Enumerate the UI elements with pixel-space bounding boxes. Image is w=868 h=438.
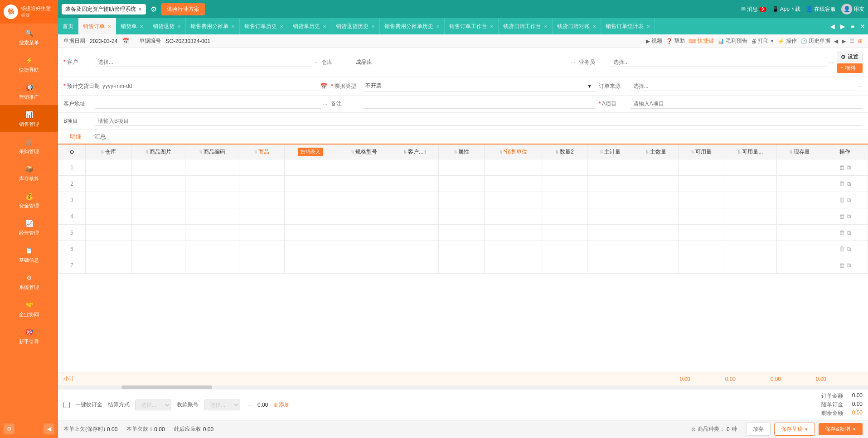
- sidebar-item-collab[interactable]: 🤝 企业协同: [0, 295, 58, 322]
- tab-invoice[interactable]: 销货单 ✕: [116, 18, 148, 34]
- sidebar-item-sales[interactable]: 📊 销售管理: [0, 105, 58, 132]
- sidebar-item-guide[interactable]: 🎯 新手引导: [0, 322, 58, 350]
- row-3-warehouse[interactable]: [86, 192, 131, 208]
- row-1-product[interactable]: [239, 159, 285, 176]
- row-5-copy-icon[interactable]: ⧉: [847, 229, 851, 236]
- sidebar-item-purchase[interactable]: 🛒 采购管理: [0, 132, 58, 159]
- tab-detail[interactable]: 明细: [63, 130, 88, 144]
- tab-close-all-btn[interactable]: ✕: [857, 23, 868, 30]
- row-5-delete-icon[interactable]: 🗑: [839, 229, 845, 236]
- tab-home[interactable]: 首页: [58, 18, 78, 34]
- row-1-spec[interactable]: [337, 159, 391, 176]
- row-1-customer-code[interactable]: [391, 159, 439, 176]
- scroll-bar[interactable]: [58, 385, 868, 389]
- tab-reconcile[interactable]: 钱货日清对账 ✕: [553, 18, 601, 34]
- delivery-date-icon[interactable]: 📅: [320, 83, 327, 90]
- customer-input[interactable]: [95, 58, 311, 67]
- sidebar-item-finance[interactable]: 💰 资金管理: [0, 187, 58, 214]
- sidebar-item-base-info[interactable]: 📋 基础信息: [0, 241, 58, 268]
- list-view-btn[interactable]: ☰: [849, 38, 854, 44]
- row-2-attr[interactable]: [439, 176, 485, 192]
- row-1-warehouse[interactable]: [86, 159, 131, 176]
- warehouse-dots[interactable]: ···: [571, 59, 575, 66]
- message-badge[interactable]: ✉ 消息 9: [741, 5, 766, 13]
- tab-return-history[interactable]: 销货退货历史 ✕: [331, 18, 380, 34]
- save-new-button[interactable]: 保存&新增 ▼: [819, 423, 863, 435]
- row-1-main-qty[interactable]: [633, 159, 679, 176]
- shortcut-btn[interactable]: ⌨ 快捷键: [689, 37, 714, 45]
- tab-close-invoice-history[interactable]: ✕: [323, 24, 326, 29]
- row-6-delete-icon[interactable]: 🗑: [839, 245, 845, 253]
- row-1-copy-icon[interactable]: ⧉: [847, 164, 851, 171]
- tab-sales-order[interactable]: 销售订单 ✕: [78, 18, 116, 34]
- sidebar-item-management[interactable]: 📈 经营管理: [0, 214, 58, 241]
- tab-close-stats[interactable]: ✕: [646, 24, 650, 29]
- sidebar-item-search[interactable]: 🔍 搜索菜单: [0, 24, 58, 51]
- row-2-spec[interactable]: [337, 176, 391, 192]
- system-title[interactable]: 装备及固定资产辅助管理系统 ▼: [62, 4, 146, 14]
- history-btn[interactable]: 🕐 历史单据: [800, 37, 830, 45]
- row-2-copy-icon[interactable]: ⧉: [847, 180, 851, 188]
- add-payment-btn[interactable]: ⊕ 添加: [273, 401, 290, 409]
- print-btn[interactable]: 🖨 打印 ▼: [751, 37, 774, 45]
- tab-summary[interactable]: 汇总: [88, 130, 112, 144]
- view-btn[interactable]: ▶ 视频: [646, 37, 662, 45]
- row-2-product[interactable]: [239, 176, 285, 192]
- tab-daily-workbench[interactable]: 钱货日清工作台 ✕: [499, 18, 553, 34]
- action-btn[interactable]: ⚡ 操作: [778, 37, 797, 45]
- tab-return[interactable]: 销货退货 ✕: [148, 18, 186, 34]
- table-wrapper[interactable]: ⚙ ⇅仓库 ⇅商品图片 ⇅商品编码 ⇅商品 扫码录入 ⇅规格型号 ⇅客户...ℹ…: [58, 144, 868, 372]
- curr-debt-info-icon[interactable]: ℹ: [150, 426, 152, 433]
- row-2-qty2[interactable]: [542, 176, 587, 192]
- tab-close-expense-history[interactable]: ✕: [436, 24, 440, 29]
- a-project-input[interactable]: [630, 99, 863, 109]
- tab-close-return-history[interactable]: ✕: [371, 24, 375, 29]
- staff-input[interactable]: [611, 58, 827, 67]
- row-2-main-qty[interactable]: [633, 176, 679, 192]
- online-service[interactable]: 👤 在线客服: [806, 5, 836, 13]
- row-4-copy-icon[interactable]: ⧉: [847, 213, 851, 220]
- tab-expense[interactable]: 销售费用分摊单 ✕: [186, 18, 240, 34]
- collapse-icon[interactable]: ◀: [44, 424, 54, 434]
- sidebar-item-marketing[interactable]: 📢 营销推广: [0, 78, 58, 105]
- tab-prev-btn[interactable]: ◀: [827, 23, 838, 30]
- delivery-input[interactable]: [100, 82, 320, 91]
- row-1-qty2[interactable]: [542, 159, 587, 176]
- discard-button[interactable]: 放弃: [746, 423, 771, 436]
- tab-close-reconcile[interactable]: ✕: [592, 24, 596, 29]
- customer-dots[interactable]: ···: [313, 59, 318, 66]
- sidebar-item-quicknav[interactable]: ⚡ 快捷导航: [0, 51, 58, 78]
- account-select[interactable]: 选择...: [204, 399, 240, 410]
- next-record-btn[interactable]: ▶: [842, 38, 846, 44]
- address-input[interactable]: [95, 99, 321, 109]
- col-settings[interactable]: ⚙: [58, 145, 86, 159]
- row-1-delete-icon[interactable]: 🗑: [839, 164, 845, 171]
- row-1-code[interactable]: [185, 159, 239, 176]
- settings-bottom-icon[interactable]: ⚙: [4, 424, 15, 434]
- add-material-btn[interactable]: + 物料: [837, 63, 863, 73]
- industry-button[interactable]: 体验行业方案: [161, 3, 205, 15]
- row-2-warehouse[interactable]: [86, 176, 131, 192]
- app-download[interactable]: 📱 App下载: [772, 5, 800, 13]
- tab-close-expense[interactable]: ✕: [231, 24, 235, 29]
- row-4-delete-icon[interactable]: 🗑: [839, 213, 845, 220]
- savenew-dropdown-icon[interactable]: ▼: [852, 427, 856, 432]
- remark-input[interactable]: [363, 99, 595, 109]
- row-3-delete-icon[interactable]: 🗑: [839, 197, 845, 204]
- help-btn[interactable]: ❓ 帮助: [666, 37, 685, 45]
- tab-close-invoice[interactable]: ✕: [140, 24, 143, 29]
- user-menu[interactable]: 👤 用友: [841, 4, 864, 14]
- invoice-select[interactable]: 不开票 ▼: [363, 81, 595, 91]
- profit-btn[interactable]: 📊 毛利预告: [718, 37, 747, 45]
- b-project-input[interactable]: [95, 116, 863, 126]
- staff-dots[interactable]: ···: [829, 59, 833, 66]
- row-2-unit[interactable]: [484, 176, 542, 192]
- row-7-delete-icon[interactable]: 🗑: [839, 262, 845, 269]
- tab-close-order-history[interactable]: ✕: [280, 24, 283, 29]
- barcode-scan-btn[interactable]: 扫码录入: [298, 148, 323, 156]
- row-2-delete-icon[interactable]: 🗑: [839, 180, 845, 188]
- order-source-dots[interactable]: ···: [858, 83, 863, 89]
- row-3-copy-icon[interactable]: ⧉: [847, 197, 851, 204]
- tab-order-history[interactable]: 销售订单历史 ✕: [240, 18, 288, 34]
- tab-stats[interactable]: 销售订单统计表 ✕: [601, 18, 655, 34]
